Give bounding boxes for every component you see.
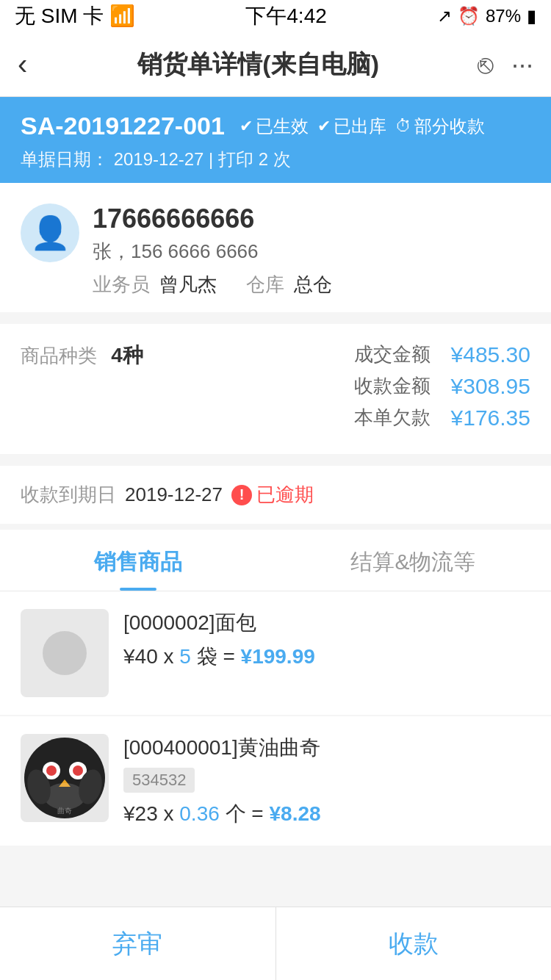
received-value: ¥308.95 [442,374,530,399]
product-type-value: 4种 [111,344,143,367]
amount-section: 成交金额 ¥485.30 收款金额 ¥308.95 本单欠款 ¥176.35 [354,342,530,436]
cancel-button[interactable]: 弃审 [0,907,276,980]
svg-point-7 [44,783,85,810]
product-title-2: 黄油曲奇 [238,736,320,759]
price-total-1: ¥199.99 [241,645,315,668]
check-icon-1: ✔ [240,117,253,136]
tag-shipped: ✔ 已出库 [317,115,386,138]
product-list: [0000002]面包 ¥40 x 5 袋 = ¥199.99 [0,591,551,846]
sales-meta: 业务员 曾凡杰 [93,272,217,298]
alarm-icon: ⏰ [458,6,480,26]
warehouse-value: 总仓 [294,273,332,295]
status-time: 下午4:42 [245,2,327,30]
warehouse-meta: 仓库 总仓 [246,272,332,298]
nav-actions: ⎋ ··· [478,49,533,80]
product-type-label: 商品种类 [21,345,97,367]
product-title-1: 面包 [215,611,256,634]
price-unit-1: 袋 [197,645,217,668]
warehouse-label: 仓库 [246,273,284,295]
overdue-indicator: ! 已逾期 [231,482,314,508]
page-title: 销货单详情(来自电脑) [39,48,478,82]
tab-settlement[interactable]: 结算&物流等 [276,530,551,591]
summary-section: 商品种类 4种 成交金额 ¥485.30 收款金额 ¥308.95 本单欠款 ¥… [0,324,551,454]
tag-partial-label: 部分收款 [414,115,485,138]
battery-icon: ▮ [527,6,536,26]
price-qty-1: 5 [179,645,191,668]
product-price-1: ¥40 x 5 袋 = ¥199.99 [123,643,530,671]
svg-point-0 [43,631,87,675]
avatar: 👤 [21,203,79,262]
product-name-2: [000400001]黄油曲奇 [123,734,530,762]
received-amount-row: 收款金额 ¥308.95 [354,373,530,399]
price-base-2: ¥23 [123,802,158,825]
status-bar: 无 SIM 卡 📶 下午4:42 ↗ ⏰ 87% ▮ [0,0,551,32]
product-type-section: 商品种类 4种 [21,342,143,375]
overdue-icon: ! [231,485,252,505]
product-thumb-1 [21,609,109,697]
tabs-section: 销售商品 结算&物流等 [0,530,551,591]
customer-meta: 业务员 曾凡杰 仓库 总仓 [93,272,530,298]
customer-section: 👤 17666666666 张，156 6666 6666 业务员 曾凡杰 仓库… [0,183,551,312]
tab-settlement-label: 结算&物流等 [350,550,475,574]
customer-info: 17666666666 张，156 6666 6666 业务员 曾凡杰 仓库 总… [93,203,530,298]
header-banner: SA-20191227-001 ✔ 已生效 ✔ 已出库 ⏱ 部分收款 单据日期：… [0,97,551,183]
status-right: ↗ ⏰ 87% ▮ [437,6,536,26]
overdue-text: 已逾期 [256,482,314,508]
tag-shipped-label: 已出库 [334,115,386,138]
order-date-info: 单据日期： 2019-12-27 | 打印 2 次 [21,148,530,171]
nav-bar: ‹ 销货单详情(来自电脑) ⎋ ··· [0,32,551,97]
svg-point-5 [73,765,83,776]
tag-effective-label: 已生效 [256,115,309,138]
status-tags: ✔ 已生效 ✔ 已出库 ⏱ 部分收款 [240,115,485,138]
due-label: 收款到期日 [21,482,116,508]
status-network: 无 SIM 卡 📶 [15,2,135,30]
received-label: 收款金额 [354,373,431,399]
bread-thumb-svg [35,624,94,682]
product-name-1: [0000002]面包 [123,609,530,637]
price-qty-2: 0.36 [179,802,220,825]
product-price-2: ¥23 x 0.36 个 = ¥8.28 [123,800,530,828]
order-date: 2019-12-27 [114,149,204,169]
price-base-1: ¥40 [123,645,158,668]
sales-label: 业务员 [93,273,150,295]
tab-products[interactable]: 销售商品 [0,530,276,591]
bottom-bar: 弃审 收款 [0,907,551,980]
owed-amount-row: 本单欠款 ¥176.35 [354,405,530,430]
cancel-label: 弃审 [112,927,162,961]
back-button[interactable]: ‹ [18,48,27,81]
svg-point-4 [46,765,57,776]
due-section: 收款到期日 2019-12-27 ! 已逾期 [0,466,551,530]
product-item-1: [0000002]面包 ¥40 x 5 袋 = ¥199.99 [0,591,551,715]
deal-amount-row: 成交金额 ¥485.30 [354,342,530,367]
share-icon[interactable]: ⎋ [478,49,494,80]
due-date: 2019-12-27 [125,483,223,506]
product-item-2: 曲奇 [000400001]黄油曲奇 534532 ¥23 x 0.36 个 =… [0,716,551,846]
more-icon[interactable]: ··· [511,49,533,80]
clock-icon: ⏱ [395,117,411,136]
customer-phone: 17666666666 [93,203,530,234]
tab-products-label: 销售商品 [94,550,182,574]
battery-level: 87% [486,6,521,26]
confirm-button[interactable]: 收款 [276,907,552,980]
product-info-2: [000400001]黄油曲奇 534532 ¥23 x 0.36 个 = ¥8… [123,734,530,828]
deal-label: 成交金额 [354,342,431,367]
print-info: | 打印 2 次 [209,149,291,169]
product-code-1: [0000002] [123,611,215,634]
product-info-1: [0000002]面包 ¥40 x 5 袋 = ¥199.99 [123,609,530,671]
owed-label: 本单欠款 [354,405,431,430]
product-badge-2: 534532 [123,768,195,793]
date-label: 单据日期： [21,149,109,169]
tag-partial: ⏱ 部分收款 [395,115,485,138]
avatar-icon: 👤 [30,214,71,252]
customer-name: 张，156 6666 6666 [93,239,530,264]
product-code-2: [000400001] [123,736,238,759]
svg-text:曲奇: 曲奇 [57,807,72,815]
location-icon: ↗ [437,6,452,26]
sales-value: 曾凡杰 [159,273,217,295]
owed-value: ¥176.35 [442,406,530,430]
confirm-label: 收款 [389,927,439,961]
price-total-2: ¥8.28 [269,802,320,825]
price-unit-2: 个 [226,802,246,825]
tag-effective: ✔ 已生效 [240,115,309,138]
deal-value: ¥485.30 [442,342,530,367]
